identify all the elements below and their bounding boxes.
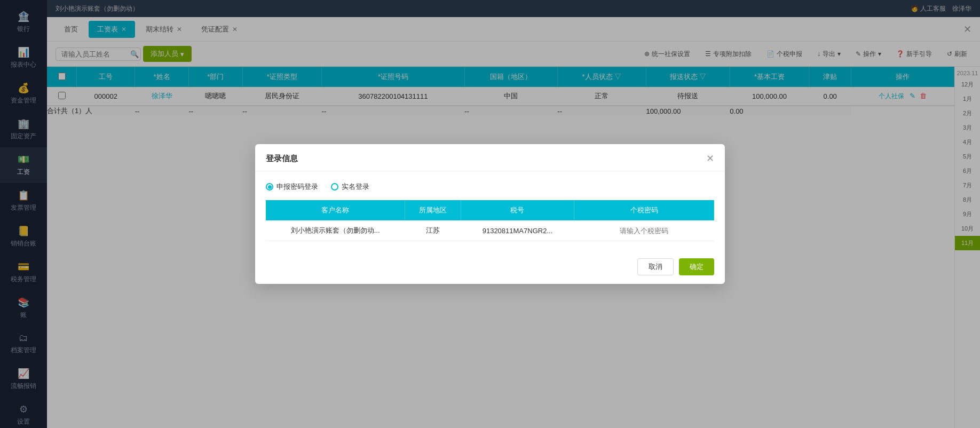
col-region: 所属地区 [405, 200, 461, 220]
radio-realname-dot [331, 183, 338, 191]
confirm-button[interactable]: 确定 [679, 258, 714, 275]
login-data-table: 客户名称 所属地区 税号 个税密码 刘小艳演示账套（勿删勿动... 江苏 913… [266, 200, 714, 241]
app-container: 🏦 银行 📊 报表中心 💰 资金管理 🏢 固定资产 💵 工资 📋 发票管理 📒 … [0, 0, 980, 428]
login-info-modal: 登录信息 ✕ 申报密码登录 实名登录 [255, 144, 725, 284]
login-table-row: 刘小艳演示账套（勿删勿动... 江苏 91320811MA7NGR2... [266, 220, 714, 241]
radio-password-login[interactable]: 申报密码登录 [266, 182, 318, 192]
region-cell: 江苏 [405, 220, 461, 241]
col-tax-no: 税号 [461, 200, 574, 220]
modal-body: 申报密码登录 实名登录 客户名称 所属地区 税号 个税密码 [255, 171, 725, 252]
col-tax-password: 个税密码 [574, 200, 714, 220]
modal-header: 登录信息 ✕ [255, 144, 725, 171]
modal-footer: 取消 确定 [255, 252, 725, 284]
customer-name-cell: 刘小艳演示账套（勿删勿动... [266, 220, 405, 241]
tax-password-input[interactable] [581, 227, 708, 235]
col-customer-name: 客户名称 [266, 200, 405, 220]
radio-realname-login[interactable]: 实名登录 [331, 182, 369, 192]
tax-no-cell: 91320811MA7NGR2... [461, 220, 574, 241]
login-type-radio-group: 申报密码登录 实名登录 [266, 182, 714, 192]
tax-password-cell[interactable] [574, 220, 714, 241]
modal-title: 登录信息 [266, 154, 298, 164]
modal-close-button[interactable]: ✕ [706, 153, 714, 164]
modal-overlay: 登录信息 ✕ 申报密码登录 实名登录 [0, 0, 980, 428]
radio-password-dot [266, 183, 273, 191]
cancel-button[interactable]: 取消 [637, 258, 674, 275]
